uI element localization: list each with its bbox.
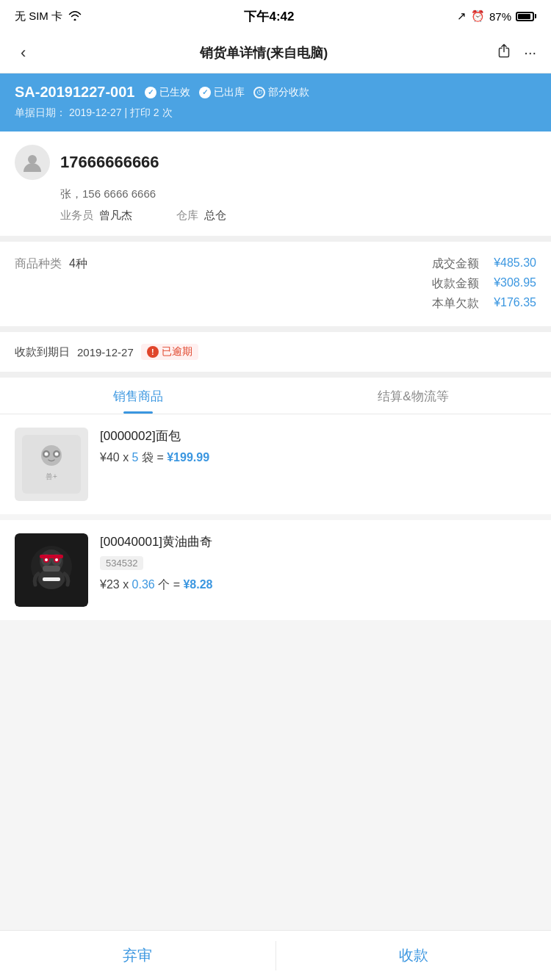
warehouse-info: 仓库 总仓 — [176, 209, 226, 223]
tab-settlement-label: 结算&物流等 — [378, 389, 448, 403]
tab-sales-products[interactable]: 销售商品 — [0, 378, 276, 414]
order-header: SA-20191227-001 ✓ 已生效 ✓ 已出库 ⏱ 部分收款 单据日期：… — [0, 73, 551, 131]
tabs-bar: 销售商品 结算&物流等 — [0, 378, 551, 414]
nav-actions: ··· — [496, 43, 536, 62]
customer-card: 17666666666 张，156 6666 6666 业务员 曾凡杰 仓库 总… — [0, 131, 551, 242]
product-total-2: ¥8.28 — [183, 578, 212, 591]
summary-row: 商品种类 4种 成交金额 ¥485.30 收款金额 ¥308.95 本单欠款 ¥… — [15, 256, 536, 311]
tab-sales-products-label: 销售商品 — [113, 389, 163, 403]
debt-amount: ¥176.35 — [494, 296, 536, 311]
svg-rect-19 — [40, 555, 63, 558]
overdue-badge: ! 已逾期 — [141, 344, 198, 360]
battery-percent: 87% — [489, 10, 511, 23]
due-date-row: 收款到期日 2019-12-27 ! 已逾期 — [0, 332, 551, 378]
product-qty-2: 0.36 — [132, 578, 155, 591]
warehouse-name: 总仓 — [204, 209, 226, 223]
location-icon: ↗ — [457, 10, 467, 23]
debt-line: 本单欠款 ¥176.35 — [432, 296, 536, 311]
svg-rect-20 — [43, 566, 60, 572]
staff-info: 业务员 曾凡杰 — [60, 209, 132, 223]
customer-name: 17666666666 — [60, 153, 159, 172]
svg-point-16 — [55, 558, 58, 561]
staff-name: 曾凡杰 — [99, 209, 132, 223]
product-qty-1: 5 — [132, 451, 139, 464]
meta-print-count: 2 — [154, 107, 159, 118]
staff-label: 业务员 — [60, 209, 93, 223]
customer-sub: 张，156 6666 6666 — [15, 187, 536, 201]
product-price-value-2: ¥23 — [100, 578, 120, 591]
badge-shipped-label: 已出库 — [214, 86, 245, 99]
transaction-label: 成交金额 — [432, 256, 479, 272]
order-badges: ✓ 已生效 ✓ 已出库 ⏱ 部分收款 — [145, 86, 309, 99]
product-name-1: [0000002]面包 — [100, 428, 536, 444]
tab-settlement[interactable]: 结算&物流等 — [276, 378, 551, 414]
received-amount: ¥308.95 — [494, 276, 536, 292]
meta-print-label: 打印 — [130, 107, 151, 118]
status-right: ↗ ⏰ 87% — [457, 10, 536, 23]
list-item: 兽+ [0000002]面包 ¥40 x 5 袋 = ¥199.99 — [0, 414, 551, 514]
alarm-icon: ⏰ — [471, 10, 485, 23]
badge-shipped: ✓ 已出库 — [199, 86, 245, 99]
received-label: 收款金额 — [432, 276, 479, 292]
status-bar: 无 SIM 卡 下午4:42 ↗ ⏰ 87% — [0, 0, 551, 32]
product-list: 兽+ [0000002]面包 ¥40 x 5 袋 = ¥199.99 — [0, 414, 551, 620]
bottom-bar: 弃审 收款 — [0, 930, 551, 980]
summary-left: 商品种类 4种 — [15, 256, 87, 272]
overdue-text: 已逾期 — [162, 345, 192, 359]
transaction-line: 成交金额 ¥485.30 — [432, 256, 536, 272]
meta-date-value: 2019-12-27 — [69, 107, 122, 118]
check-icon-1: ✓ — [145, 87, 156, 98]
confirm-button[interactable]: 收款 — [276, 931, 552, 980]
badge-partial-payment: ⏱ 部分收款 — [253, 86, 309, 99]
summary-right: 成交金额 ¥485.30 收款金额 ¥308.95 本单欠款 ¥176.35 — [432, 256, 536, 311]
badge-active-label: 已生效 — [159, 86, 190, 99]
overdue-icon: ! — [147, 346, 159, 358]
product-thumb-2 — [15, 533, 88, 607]
check-icon-2: ✓ — [199, 87, 211, 98]
cancel-label: 弃审 — [123, 945, 152, 965]
avatar — [15, 145, 50, 180]
due-date-value: 2019-12-27 — [77, 346, 134, 359]
product-price-1: ¥40 x 5 袋 = ¥199.99 — [100, 450, 536, 466]
back-button[interactable]: ‹ — [15, 37, 32, 68]
product-unit-1: 袋 — [142, 451, 154, 464]
list-item: [00040001]黄油曲奇 534532 ¥23 x 0.36 个 = ¥8.… — [0, 520, 551, 620]
meta-separator: | — [124, 107, 130, 118]
clock-icon: ⏱ — [253, 87, 265, 98]
nav-bar: ‹ 销货单详情(来自电脑) ··· — [0, 32, 551, 73]
due-date-label: 收款到期日 — [15, 345, 70, 359]
svg-point-15 — [45, 558, 48, 561]
received-line: 收款金额 ¥308.95 — [432, 276, 536, 292]
transaction-amount: ¥485.30 — [494, 256, 536, 272]
badge-partial-label: 部分收款 — [268, 86, 309, 99]
product-tag-2: 534532 — [100, 556, 143, 570]
page-title: 销货单详情(来自电脑) — [200, 44, 328, 62]
order-id: SA-20191227-001 — [15, 84, 134, 101]
svg-text:兽+: 兽+ — [46, 472, 57, 480]
cancel-button[interactable]: 弃审 — [0, 931, 276, 980]
product-types: 商品种类 4种 — [15, 256, 87, 272]
product-unit-2: 个 — [158, 578, 170, 591]
more-icon[interactable]: ··· — [524, 44, 536, 61]
product-total-1: ¥199.99 — [167, 451, 209, 464]
svg-rect-18 — [43, 577, 60, 581]
share-icon[interactable] — [496, 43, 512, 62]
product-info-2: [00040001]黄油曲奇 534532 ¥23 x 0.36 个 = ¥8.… — [100, 533, 536, 593]
confirm-label: 收款 — [399, 945, 428, 965]
meta-print-unit: 次 — [162, 107, 173, 118]
order-meta: 单据日期： 2019-12-27 | 打印 2 次 — [15, 107, 536, 120]
badge-active: ✓ 已生效 — [145, 86, 190, 99]
svg-point-6 — [55, 453, 59, 456]
wifi-icon — [68, 10, 82, 23]
debt-label: 本单欠款 — [432, 296, 479, 311]
product-name-2: [00040001]黄油曲奇 — [100, 533, 536, 550]
svg-point-0 — [28, 155, 37, 164]
customer-details: 业务员 曾凡杰 仓库 总仓 — [15, 209, 536, 223]
type-label: 商品种类 — [15, 256, 62, 272]
meta-date-label: 单据日期： — [15, 107, 66, 118]
order-header-top: SA-20191227-001 ✓ 已生效 ✓ 已出库 ⏱ 部分收款 — [15, 84, 536, 101]
product-price-2: ¥23 x 0.36 个 = ¥8.28 — [100, 577, 536, 593]
warehouse-label: 仓库 — [176, 209, 198, 223]
carrier-text: 无 SIM 卡 — [15, 10, 62, 24]
svg-point-5 — [45, 453, 48, 456]
